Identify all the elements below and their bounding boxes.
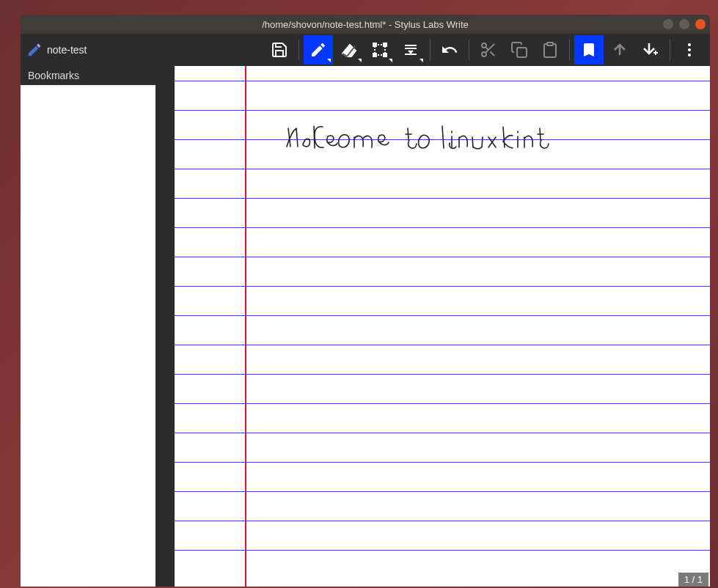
separator [298,39,299,61]
margin-line [245,66,246,587]
separator [469,39,469,61]
paper[interactable] [175,66,710,587]
undo-icon [441,41,458,59]
rule-line [175,491,710,492]
toolbar-buttons [265,35,704,65]
cut-button[interactable] [474,35,503,65]
rule-line [175,110,710,111]
svg-rect-4 [384,54,387,56]
paste-icon [541,41,559,59]
rule-line [175,521,710,521]
bookmark-icon [580,41,598,59]
document-name: note-test [47,44,87,56]
svg-point-21 [688,54,691,56]
rule-line [175,403,710,404]
pencil-icon [26,42,43,58]
rule-line [175,286,710,287]
arrow-down-add-icon [642,41,659,59]
arrow-up-icon [611,41,629,59]
select-icon [371,41,389,59]
menu-button[interactable] [675,35,704,65]
insert-space-icon [402,41,420,59]
sidebar-header: Bookmarks [21,66,160,85]
minimize-button[interactable] [663,19,673,29]
svg-point-8 [482,43,486,48]
save-button[interactable] [265,35,294,65]
svg-point-19 [688,43,691,46]
rule-line [175,227,710,228]
eraser-button[interactable] [334,35,364,65]
undo-button[interactable] [435,35,464,65]
rule-line [175,257,710,257]
prev-page-button[interactable] [605,35,634,65]
svg-rect-13 [517,48,527,57]
rule-line [175,462,710,463]
window-controls [663,19,706,29]
select-button[interactable] [365,35,395,65]
svg-point-20 [688,48,691,51]
rule-line [175,345,710,345]
svg-line-12 [486,47,488,50]
maximize-button[interactable] [679,19,689,29]
separator [430,39,431,61]
titlebar[interactable]: /home/shovon/note-test.html* - Stylus La… [21,15,710,34]
page-indicator: 1 / 1 [678,573,708,587]
close-button[interactable] [695,19,706,29]
rule-line [175,433,710,433]
svg-rect-3 [373,54,376,56]
separator [670,39,670,61]
menu-icon [681,41,698,59]
pen-button[interactable] [304,35,333,65]
save-icon [271,41,288,59]
canvas-area[interactable]: 1 / 1 [160,66,710,587]
sidebar: Bookmarks [21,66,160,587]
separator [569,39,570,61]
window-title: /home/shovon/note-test.html* - Stylus La… [262,19,469,30]
rule-line [175,169,710,169]
copy-button[interactable] [505,35,534,65]
document-title-area[interactable]: note-test [26,42,87,58]
app-window: /home/shovon/note-test.html* - Stylus La… [21,15,710,587]
eraser-icon [340,41,358,59]
rule-line [175,550,710,551]
paste-button[interactable] [535,35,565,65]
svg-line-11 [490,51,494,56]
bookmarks-list[interactable] [21,85,155,587]
cut-icon [480,41,497,59]
content-area: Bookmarks [21,66,710,587]
svg-point-9 [482,52,486,56]
svg-rect-14 [547,43,553,45]
toolbar: note-test [21,34,710,66]
rule-line [175,198,710,199]
svg-rect-2 [384,43,387,46]
handwritten-text [285,121,578,165]
next-page-button[interactable] [636,35,665,65]
copy-icon [510,41,528,59]
rule-line [175,374,710,375]
insert-space-button[interactable] [396,35,425,65]
bookmark-button[interactable] [574,35,604,65]
rule-line [175,81,710,81]
svg-rect-1 [373,43,376,46]
pen-icon [309,41,327,59]
rule-line [175,315,710,316]
